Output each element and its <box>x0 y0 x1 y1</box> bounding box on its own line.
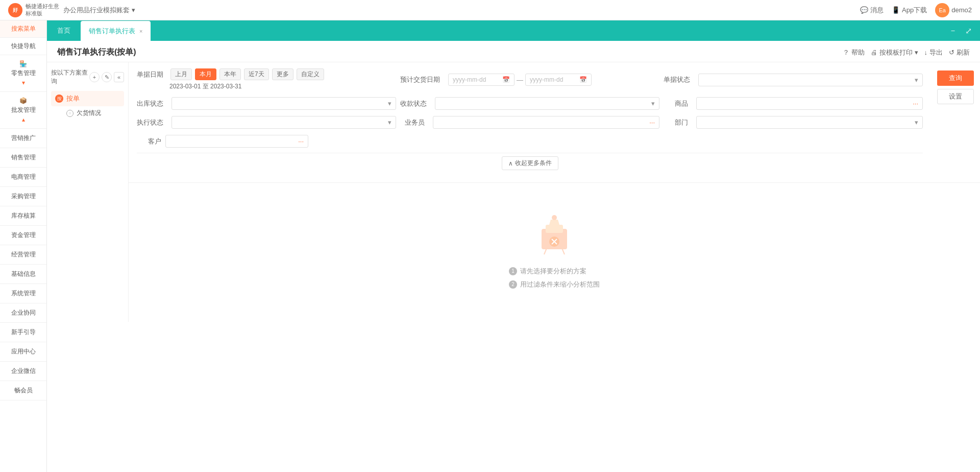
collect-status-select[interactable]: ▾ <box>435 97 659 110</box>
curr-month-btn[interactable]: 本月 <box>195 68 216 80</box>
refresh-icon: ↺ <box>949 49 954 56</box>
chevron-down-icon: ▾ <box>651 100 655 107</box>
date-quick-btns: 上月 本月 本年 近7天 更多 自定义 <box>170 68 324 80</box>
user-area[interactable]: Ea demo2 <box>935 3 972 17</box>
help-button[interactable]: ？ 帮助 <box>843 48 865 57</box>
collapse-left-panel-button[interactable]: « <box>114 72 124 82</box>
sidebar-item-quick-nav[interactable]: 快捷导航 <box>0 38 46 55</box>
sidebar-item-enterprise[interactable]: 企业协同 <box>0 303 46 323</box>
salesperson-input[interactable]: ··· <box>433 116 659 129</box>
reset-button[interactable]: 设置 <box>937 89 974 104</box>
left-panel: 按以下方案查询 + ✎ « 按 按单 ○ 欠货情况 <box>47 62 129 322</box>
search-menu-label[interactable]: 搜索菜单 <box>3 25 43 33</box>
date-label: 单据日期 <box>137 70 167 79</box>
quick-nav-label: 快捷导航 <box>11 42 36 50</box>
left-panel-header-actions: + ✎ « <box>89 72 124 82</box>
sidebar-item-wechat[interactable]: 企业微信 <box>0 362 46 381</box>
scheme-sub-icon: ○ <box>66 110 74 117</box>
export-icon: ↓ <box>924 49 928 56</box>
doc-status-select[interactable]: ▾ <box>698 74 923 86</box>
expected-date-inputs: yyyy-mm-dd 📅 — yyyy-mm-dd 📅 <box>448 74 659 86</box>
date-range-text: 2023-03-01 至 2023-03-31 <box>169 82 241 91</box>
customer-input[interactable]: ··· <box>165 135 308 148</box>
chevron-up-icon: ▴ <box>22 116 25 123</box>
scheme-item-by-order[interactable]: 按 按单 <box>51 91 124 106</box>
prev-month-btn[interactable]: 上月 <box>170 68 192 80</box>
base-info-label: 基础信息 <box>11 270 36 278</box>
tab-active-sales-exec[interactable]: 销售订单执行表 × <box>81 21 151 41</box>
curr-year-btn[interactable]: 本年 <box>219 68 241 80</box>
sidebar-item-inventory[interactable]: 库存核算 <box>0 206 46 226</box>
sidebar-item-guide[interactable]: 新手引导 <box>0 323 46 342</box>
left-panel-header: 按以下方案查询 + ✎ « <box>51 68 124 86</box>
system-label: 系统管理 <box>11 289 36 298</box>
tip-num-1: 1 <box>509 267 517 275</box>
sidebar-item-system[interactable]: 系统管理 <box>0 284 46 303</box>
finance-label: 资金管理 <box>11 231 36 240</box>
expected-date-start[interactable]: yyyy-mm-dd 📅 <box>448 74 514 86</box>
export-button[interactable]: ↓ 导出 <box>924 48 943 57</box>
collapse-more-btn[interactable]: ∧ 收起更多条件 <box>502 156 558 170</box>
print-chevron-icon: ▾ <box>915 49 918 56</box>
exec-status-select[interactable]: ▾ <box>172 116 396 129</box>
query-button[interactable]: 查询 <box>937 70 974 86</box>
tab-home[interactable]: 首页 <box>47 20 81 41</box>
out-status-select[interactable]: ▾ <box>172 97 396 110</box>
sidebar-item-retail[interactable]: 🏪 零售管理 ▾ <box>0 55 46 92</box>
tip-num-2: 2 <box>509 280 517 289</box>
collapse-label: 收起更多条件 <box>515 159 552 168</box>
print-button[interactable]: 🖨 按模板打印 ▾ <box>871 48 918 57</box>
sidebar-item-purchase[interactable]: 采购管理 <box>0 187 46 206</box>
logo-area: 好 畅捷通好生意 标准版 <box>8 3 59 17</box>
sidebar-item-operations[interactable]: 经营管理 <box>0 245 46 265</box>
empty-tips: 1 请先选择要分析的方案 2 用过滤条件来缩小分析范围 <box>509 265 600 291</box>
add-scheme-button[interactable]: + <box>89 72 100 82</box>
page-title: 销售订单执行表(按单) <box>57 47 136 58</box>
retail-label: 零售管理 <box>11 69 36 78</box>
last7-btn[interactable]: 近7天 <box>244 68 269 80</box>
edit-scheme-button[interactable]: ✎ <box>102 72 112 82</box>
goods-input[interactable]: ··· <box>696 97 923 110</box>
dept-select[interactable]: ▾ <box>696 116 923 129</box>
sidebar-item-base-info[interactable]: 基础信息 <box>0 265 46 284</box>
sidebar-search-area[interactable]: 搜索菜单 <box>0 20 46 38</box>
customer-label: 客户 <box>137 137 165 146</box>
sidebar-item-app-center[interactable]: 应用中心 <box>0 342 46 362</box>
message-icon: 💬 <box>860 6 868 14</box>
more-btn[interactable]: 更多 <box>272 68 293 80</box>
top-bar: 好 畅捷通好生意 标准版 办公用品行业模拟账套 ▾ 💬 消息 📱 App下载 E… <box>0 0 980 20</box>
custom-btn[interactable]: 自定义 <box>297 68 324 80</box>
top-bar-right: 💬 消息 📱 App下载 Ea demo2 <box>860 3 972 17</box>
sidebar-item-wholesale[interactable]: 📦 批发管理 ▴ <box>0 92 46 129</box>
download-icon: 📱 <box>892 6 900 14</box>
main-layout: 搜索菜单 快捷导航 🏪 零售管理 ▾ 📦 批发管理 ▴ 营销推广 销售管理 电商… <box>0 20 980 472</box>
breadcrumb[interactable]: 办公用品行业模拟账套 ▾ <box>63 6 135 15</box>
refresh-button[interactable]: ↺ 刷新 <box>949 48 970 57</box>
tab-close-icon[interactable]: × <box>139 28 142 34</box>
empty-state: 1 请先选择要分析的方案 2 用过滤条件来缩小分析范围 <box>129 183 980 322</box>
collapse-chevron-icon: ∧ <box>508 160 513 167</box>
expected-date-label: 预计交货日期 <box>400 75 444 84</box>
sidebar-item-finance[interactable]: 资金管理 <box>0 226 46 245</box>
empty-illustration <box>531 214 577 259</box>
sidebar-item-member[interactable]: 畅会员 <box>0 381 46 400</box>
empty-tip-row-2: 2 用过滤条件来缩小分析范围 <box>509 278 600 291</box>
sidebar-item-sales[interactable]: 销售管理 <box>0 148 46 168</box>
filter-col-goods: 商品 ··· <box>664 97 923 110</box>
tab-minimize-icon[interactable]: － <box>947 23 959 38</box>
print-icon: 🖨 <box>871 49 877 56</box>
operations-label: 经营管理 <box>11 250 36 259</box>
app-download-button[interactable]: 📱 App下载 <box>892 6 927 15</box>
logo-text: 畅捷通好生意 标准版 <box>26 3 59 16</box>
doc-status-label: 单据状态 <box>664 75 694 84</box>
tab-maximize-icon[interactable]: ⤢ <box>963 24 974 38</box>
message-button[interactable]: 💬 消息 <box>860 6 884 15</box>
filter-row-1: 单据日期 上月 本月 本年 近7天 更多 自定义 <box>137 68 923 91</box>
sidebar-item-ecommerce[interactable]: 电商管理 <box>0 168 46 187</box>
scheme-sub-shortage[interactable]: ○ 欠货情况 <box>51 106 124 120</box>
logo-icon: 好 <box>8 3 22 17</box>
sidebar-item-marketing[interactable]: 营销推广 <box>0 129 46 148</box>
filter-col-expected-date: 预计交货日期 yyyy-mm-dd 📅 — <box>400 68 659 91</box>
expected-date-end[interactable]: yyyy-mm-dd 📅 <box>525 74 592 86</box>
calendar-icon: 📅 <box>502 76 510 83</box>
